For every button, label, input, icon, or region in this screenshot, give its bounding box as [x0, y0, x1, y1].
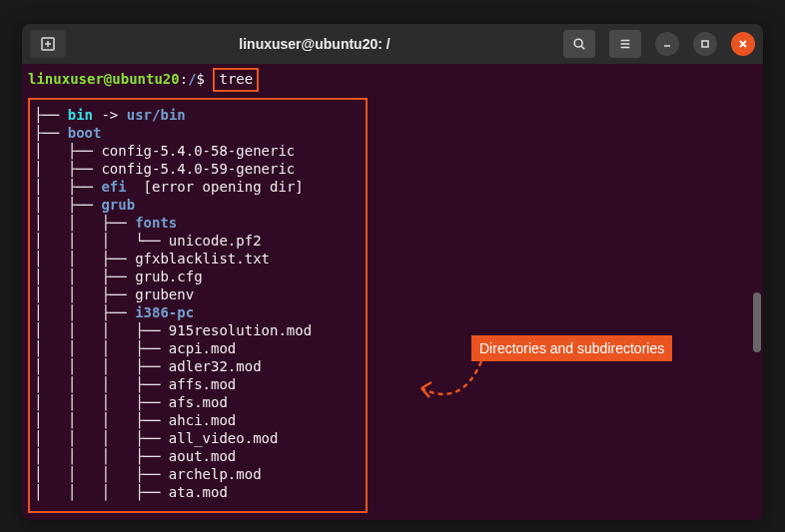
window-title: linuxuser@ubuntu20: / [70, 36, 559, 52]
minimize-button[interactable] [655, 32, 679, 56]
tree-line: │ │ │ └── unicode.pf2 [34, 232, 362, 250]
tree-line: │ │ │ ├── aout.mod [34, 447, 362, 465]
window-controls [563, 30, 755, 58]
tree-line: │ │ ├── i386-pc [34, 303, 362, 321]
command-text: tree [219, 71, 253, 87]
prompt-line: linuxuser@ubuntu20:/$ tree [28, 68, 757, 92]
tree-line: ├── bin -> usr/bin [34, 106, 362, 124]
tree-line: │ │ ├── gfxblacklist.txt [34, 250, 362, 267]
tree-line: │ │ ├── grubenv [34, 285, 362, 303]
title-bar: linuxuser@ubuntu20: / [22, 24, 763, 64]
tree-line: │ │ │ ├── afs.mod [34, 393, 362, 411]
prompt-colon: : [180, 71, 188, 87]
tree-line: │ │ │ ├── acpi.mod [34, 339, 362, 357]
annotation-arrow-icon [411, 353, 491, 423]
terminal-body[interactable]: linuxuser@ubuntu20:/$ tree ├── bin -> us… [22, 64, 763, 520]
tree-output-box: ├── bin -> usr/bin├── boot│ ├── config-5… [28, 98, 368, 513]
scrollbar-thumb[interactable] [753, 292, 761, 352]
tree-line: │ │ │ ├── ahci.mod [34, 411, 362, 429]
tree-line: │ │ │ ├── 915resolution.mod [34, 321, 362, 339]
svg-point-3 [574, 39, 582, 47]
menu-button[interactable] [609, 30, 641, 58]
tree-line: │ │ ├── fonts [34, 214, 362, 232]
tree-line: │ │ │ ├── all_video.mod [34, 429, 362, 447]
terminal-window: linuxuser@ubuntu20: / [22, 24, 763, 520]
search-button[interactable] [563, 30, 595, 58]
tree-line: │ │ ├── grub.cfg [34, 267, 362, 285]
annotation-label: Directories and subdirectories [471, 335, 672, 361]
command-highlight: tree [213, 68, 259, 92]
svg-line-4 [581, 46, 584, 49]
svg-rect-9 [702, 41, 708, 47]
tree-line: │ ├── grub [34, 196, 362, 214]
maximize-button[interactable] [693, 32, 717, 56]
prompt-dollar: $ [197, 71, 205, 87]
prompt-path: / [188, 71, 196, 87]
tree-line: ├── boot [34, 124, 362, 142]
tree-line: │ │ │ ├── affs.mod [34, 375, 362, 393]
new-tab-button[interactable] [30, 30, 66, 58]
tree-line: │ ├── config-5.4.0-59-generic [34, 160, 362, 178]
tree-line: │ │ │ ├── ata.mod [34, 483, 362, 501]
tree-line: │ ├── config-5.4.0-58-generic [34, 142, 362, 160]
tree-line: │ │ │ ├── adler32.mod [34, 357, 362, 375]
prompt-user-host: linuxuser@ubuntu20 [28, 71, 180, 87]
close-button[interactable] [731, 32, 755, 56]
tree-line: │ │ │ ├── archelp.mod [34, 465, 362, 483]
tree-line: │ ├── efi [error opening dir] [34, 178, 362, 196]
